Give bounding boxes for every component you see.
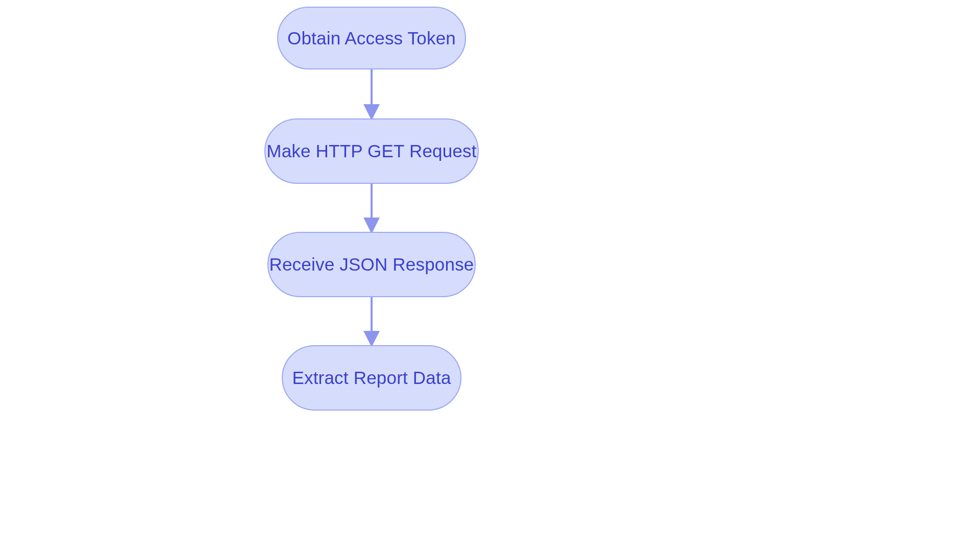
flow-node-make-http-get-request: Make HTTP GET Request <box>264 118 479 184</box>
flowchart-canvas: Obtain Access Token Make HTTP GET Reques… <box>0 0 980 553</box>
arrow-layer <box>0 0 980 553</box>
node-label: Extract Report Data <box>292 368 451 388</box>
flow-node-obtain-access-token: Obtain Access Token <box>277 7 466 69</box>
node-label: Obtain Access Token <box>287 28 456 49</box>
node-label: Receive JSON Response <box>269 254 474 275</box>
node-label: Make HTTP GET Request <box>266 141 476 161</box>
flow-node-receive-json-response: Receive JSON Response <box>267 232 476 297</box>
flow-node-extract-report-data: Extract Report Data <box>282 345 461 411</box>
